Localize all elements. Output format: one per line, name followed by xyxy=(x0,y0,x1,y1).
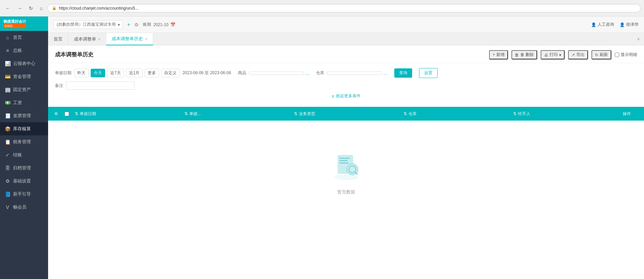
guide-icon: 📘 xyxy=(5,191,10,197)
sidebar-item-funds-label: 资金管理 xyxy=(13,74,31,80)
th-biz-type[interactable]: ⇅ 业务类型 xyxy=(291,111,401,117)
svg-rect-4 xyxy=(339,163,349,164)
sidebar-item-inventory[interactable]: 📦 库存核算 xyxy=(0,122,48,135)
company-selector[interactable]: (勿删勿禁用）江西服宝测试专用 ▾ xyxy=(54,20,123,29)
back-button[interactable]: ← xyxy=(3,5,12,12)
th-checkbox[interactable] xyxy=(62,112,72,116)
user-name: 徐泽华 xyxy=(626,22,639,27)
sidebar-item-invoice[interactable]: 🧾 发票管理 xyxy=(0,109,48,122)
forward-button[interactable]: → xyxy=(15,5,24,12)
select-all-checkbox[interactable] xyxy=(65,112,69,116)
tab-bar-global-close[interactable]: × xyxy=(633,36,644,42)
display-columns-label: 显示明细 xyxy=(621,52,637,58)
th-handler[interactable]: ⇅ 经手人 xyxy=(510,111,620,117)
sidebar-item-closing[interactable]: ✓ 结账 xyxy=(0,148,48,161)
page-area: 成本调整单历史 + 新增 🗑 🗑 删除 🖨 打印 ▾ ↗ 导出 xyxy=(48,45,644,279)
date-btn-today[interactable]: 今天 xyxy=(91,69,105,77)
sidebar-item-salary[interactable]: 💵 工资 xyxy=(0,96,48,109)
company-dropdown-icon: ▾ xyxy=(118,22,120,27)
th-date[interactable]: ⇅ 单据日期 xyxy=(72,111,182,117)
sidebar-item-home[interactable]: ⌂ 首页 xyxy=(0,31,48,44)
warehouse-select-dots[interactable]: ... xyxy=(383,70,387,76)
note-input[interactable] xyxy=(66,81,135,90)
funds-icon: 💳 xyxy=(5,74,10,79)
sidebar-item-ledger[interactable]: ≡ 总账 xyxy=(0,44,48,57)
tab-cost-adjust-history[interactable]: 成本调整单历史 × xyxy=(106,33,153,45)
closing-icon: ✓ xyxy=(5,152,10,158)
date-btn-7days[interactable]: 近7天 xyxy=(107,69,124,77)
th-actions-label: 操作 xyxy=(623,111,631,117)
sidebar-item-inventory-label: 库存核算 xyxy=(13,126,31,132)
new-button[interactable]: + 新增 xyxy=(489,50,508,59)
logo-badge: 旗舰版 xyxy=(3,24,26,28)
th-voucher[interactable]: ⇅ 单据... xyxy=(182,111,291,117)
page-actions: + 新增 🗑 🗑 删除 🖨 打印 ▾ ↗ 导出 xyxy=(489,50,637,59)
print-label: 打印 xyxy=(550,52,558,58)
display-columns-checkbox[interactable]: 显示明细 xyxy=(615,52,637,58)
sidebar-item-guide[interactable]: 📘 新手引导 xyxy=(0,188,48,201)
period-label: 账期 xyxy=(143,22,151,27)
tax-icon: 📋 xyxy=(5,139,10,145)
product-select: ... xyxy=(249,70,309,76)
date-btn-more[interactable]: 更多 xyxy=(145,69,159,77)
settings-button[interactable]: 设置 xyxy=(419,68,438,78)
sidebar-item-funds[interactable]: 💳 资金管理 xyxy=(0,70,48,83)
refresh-button[interactable]: ↻ xyxy=(27,5,35,12)
date-btn-1month[interactable]: 近1月 xyxy=(126,69,143,77)
sidebar-item-assets[interactable]: 🏢 固定资产 xyxy=(0,83,48,96)
th-warehouse[interactable]: ⇅ 仓库 xyxy=(401,111,510,117)
export-icon: ↗ xyxy=(572,53,575,57)
note-filter-label: 备注 xyxy=(55,83,63,89)
sidebar-item-archive-label: 归档管理 xyxy=(13,165,31,171)
user-menu[interactable]: 👤 徐泽华 xyxy=(620,22,639,27)
print-button[interactable]: 🖨 打印 ▾ xyxy=(541,50,565,59)
sidebar-item-settings[interactable]: ⚙ 基础设置 xyxy=(0,175,48,188)
warehouse-filter-item: 仓库 ... xyxy=(316,70,387,76)
user-avatar-icon: 👤 xyxy=(620,22,625,27)
ssl-lock-icon: 🔒 xyxy=(52,6,57,10)
assets-icon: 🏢 xyxy=(5,87,10,92)
sidebar-logo[interactable]: 畅捷通好会计 旗舰版 xyxy=(0,16,48,31)
browser-chrome: ← → ↻ ⌂ 🔒 https://cloud.chanjet.com/acco… xyxy=(0,0,644,16)
sidebar-item-vip-label: 畅会员 xyxy=(13,204,26,210)
sidebar-item-tax[interactable]: 📋 税务管理 xyxy=(0,135,48,148)
export-button[interactable]: ↗ 导出 xyxy=(568,50,588,59)
calendar-icon[interactable]: 📅 xyxy=(170,22,176,27)
date-filter-buttons: 昨天 今天 近7天 近1月 更多 自定义 xyxy=(74,69,180,77)
add-company-button[interactable]: + xyxy=(127,22,130,28)
period-info: 账期 2021-10 📅 xyxy=(143,22,176,27)
settings-icon: ⚙ xyxy=(5,178,10,184)
refresh-button-page[interactable]: ↻ 刷新 xyxy=(591,50,611,59)
sidebar-item-archive[interactable]: 🗄 归档管理 xyxy=(0,161,48,175)
address-bar[interactable]: 🔒 https://cloud.chanjet.com/accounting/u… xyxy=(47,4,641,12)
archive-icon: 🗄 xyxy=(5,165,10,171)
sidebar-item-vip[interactable]: V 畅会员 xyxy=(0,201,48,214)
date-btn-yesterday[interactable]: 昨天 xyxy=(74,69,89,77)
tab-cost-adjust-label: 成本调整单 xyxy=(74,36,96,42)
query-button[interactable]: 查询 xyxy=(394,68,412,78)
date-btn-custom[interactable]: 自定义 xyxy=(161,69,180,77)
collapse-button[interactable]: ∧ 收起更多条件 xyxy=(331,93,361,99)
support-button[interactable]: 👤 人工咨询 xyxy=(591,22,614,27)
warehouse-select-box[interactable] xyxy=(327,71,382,75)
display-columns-input[interactable] xyxy=(615,53,619,57)
sidebar-item-reports[interactable]: 📊 云报表中心 xyxy=(0,57,48,70)
home-button[interactable]: ⌂ xyxy=(38,5,45,12)
support-label: 人工咨询 xyxy=(598,22,614,27)
tab-cost-adjust-history-close[interactable]: × xyxy=(145,37,147,41)
th-settings[interactable]: ⚙ xyxy=(52,111,62,116)
salary-icon: 💵 xyxy=(5,100,10,105)
top-bar: (勿删勿禁用）江西服宝测试专用 ▾ + ⚙ 账期 2021-10 📅 👤 人工咨… xyxy=(48,16,644,33)
delete-button[interactable]: 🗑 🗑 删除 xyxy=(511,50,537,59)
empty-state: 暂无数据 xyxy=(48,121,644,223)
settings-gear-icon[interactable]: ⚙ xyxy=(134,22,139,27)
home-icon: ⌂ xyxy=(5,35,10,40)
tab-home[interactable]: 首页 xyxy=(48,33,68,45)
product-select-dots[interactable]: ... xyxy=(305,70,309,76)
tab-cost-adjust-close[interactable]: × xyxy=(98,37,100,41)
product-select-box[interactable] xyxy=(249,71,304,75)
vip-icon: V xyxy=(5,204,10,210)
tab-cost-adjust[interactable]: 成本调整单 × xyxy=(68,33,106,45)
date-range-text: 2023-06-06 至 2023-06-06 xyxy=(182,70,231,76)
print-icon: 🖨 xyxy=(544,53,548,57)
